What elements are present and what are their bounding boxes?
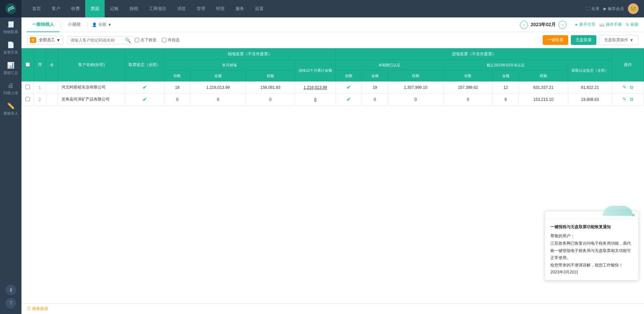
row-month-amount: 0	[190, 93, 246, 106]
row-deduct-status: ✔	[125, 93, 164, 106]
checkbox-tax[interactable]: 有税盘	[162, 37, 180, 43]
no-disk-deduct-btn[interactable]: 无盘取票	[571, 35, 596, 45]
no-disk-ops-btn[interactable]: 无盘取票操作 ▼	[599, 35, 639, 45]
sidebar-item-invoice-summary-label: 票据汇总	[3, 70, 18, 75]
nav-invoice[interactable]: 票据	[85, 0, 105, 17]
nav-collection[interactable]: 收费	[66, 0, 85, 17]
search-input[interactable]	[67, 36, 135, 44]
sidebar-item-data-entry[interactable]: ✏️ 票据录入	[0, 99, 21, 119]
th-uncert-tax: 税额	[519, 71, 568, 81]
sidebar-item-invoice-summary[interactable]: 📊 票据汇总	[0, 58, 21, 79]
th-config[interactable]: ⚙	[46, 49, 58, 81]
nav-operation[interactable]: 经营	[211, 0, 230, 17]
row-edit-btn[interactable]: ✎	[623, 84, 627, 90]
nav-service[interactable]: 服务	[230, 0, 250, 17]
fullscreen-icon: ⛶	[586, 6, 590, 11]
nav-message[interactable]: 消息	[172, 0, 191, 17]
sidebar-item-scan-upload-label: 扫描上传	[3, 90, 18, 96]
tax-policy-link[interactable]: ⓘ 税务政策	[27, 306, 48, 312]
row-uncert-count: 6	[493, 93, 519, 106]
row-cert-status: ✔	[336, 81, 362, 93]
svg-point-0	[5, 3, 16, 14]
row-cert-tax: 157,399.62	[443, 81, 493, 93]
top-navigation: 首页 客户 收费 票据 记账 报税 工商项目 消息 管理 经营 服务 设置 ⛶ …	[21, 0, 644, 17]
manual-icon: 📖	[599, 22, 604, 27]
user-avatar[interactable]: 🐸	[628, 3, 639, 14]
tab-all[interactable]: 👤 全能 ▼	[89, 22, 114, 27]
th-sales-group: 销项发票（不含作废票）	[164, 49, 336, 60]
sidebar-download-btn[interactable]: ⬇	[5, 285, 16, 295]
th-12month: 连续12个月累计金额	[295, 60, 335, 81]
next-month-btn[interactable]: ›	[558, 21, 567, 29]
row-copy-btn[interactable]: ⧉	[630, 97, 633, 102]
th-cert-count: 份数	[336, 71, 362, 81]
prev-month-btn[interactable]: ‹	[520, 21, 528, 29]
search-button[interactable]: 🔍	[125, 38, 131, 43]
row-month-count: 18	[164, 81, 191, 93]
manual-btn[interactable]: 📖 操作手册	[599, 22, 622, 27]
tab-general[interactable]: 一般纳税人	[27, 17, 59, 32]
row-uncert-tax: 81,822.21	[568, 81, 612, 93]
smart-deduct-icon: 🧾	[7, 21, 14, 28]
nav-bookkeeping[interactable]: 记账	[105, 0, 124, 17]
member-btn[interactable]: ▶ 畅享会员	[603, 6, 624, 12]
tab-divider-2	[88, 22, 88, 27]
tax-checkbox[interactable]	[162, 38, 166, 42]
account-checkbox[interactable]	[135, 38, 139, 42]
row-checkbox[interactable]	[22, 93, 34, 106]
refresh-btn[interactable]: ↻ 刷新	[626, 22, 639, 27]
row-ops: ✎ ⧉	[612, 81, 644, 93]
nav-customer[interactable]: 客户	[46, 0, 66, 17]
nav-tax[interactable]: 报税	[124, 0, 144, 17]
row-ops: ✎ ⧉	[612, 93, 644, 106]
nav-home[interactable]: 首页	[27, 0, 46, 17]
row-edit-btn[interactable]: ✎	[623, 97, 627, 102]
row-customer: 河北柯搭桢实业有限公司	[58, 81, 125, 93]
sidebar-item-scan-upload[interactable]: 🖨 扫描上传	[0, 79, 21, 99]
employee-select[interactable]: 全 全部员工 ▼	[27, 36, 63, 45]
nav-business[interactable]: 工商项目	[144, 0, 172, 17]
row-actions-placeholder	[46, 81, 58, 93]
nav-management[interactable]: 管理	[191, 0, 211, 17]
th-ops: 操作	[612, 49, 644, 81]
tab-small[interactable]: 小规模	[62, 17, 86, 32]
row-checkbox[interactable]	[22, 81, 34, 93]
main-table: 序 ⚙ 客户名称(全部) 取票状态（全部） 销项发票（不含作废票） 进项发票（不…	[21, 48, 644, 106]
sidebar-item-smart-deduct[interactable]: 🧾 智能取票	[0, 17, 21, 38]
row-cert-count: 0	[362, 93, 388, 106]
sidebar-item-invoice-open-label: 发票开具	[3, 50, 18, 55]
sidebar-bottom: ⬇ ?	[5, 285, 16, 314]
th-uncert-amount: 金额	[493, 71, 519, 81]
notification-date: 2023年3月20日	[550, 269, 633, 276]
row-uncert-amount: 631,337.21	[519, 81, 568, 93]
bottom-bar: ⓘ 税务政策	[21, 303, 644, 314]
fullscreen-btn[interactable]: ⛶ 全屏	[586, 6, 599, 12]
sidebar-item-data-entry-label: 票据录入	[3, 111, 18, 116]
employee-label: 全部员工	[39, 37, 55, 43]
new-guide-icon: ✦	[575, 22, 578, 27]
row-month-amount: 1,216,013.99	[190, 81, 246, 93]
new-guide-btn[interactable]: ✦ 新手引导	[575, 22, 595, 27]
select-all-checkbox[interactable]	[25, 62, 30, 67]
sidebar-logo[interactable]	[0, 0, 21, 17]
th-uncert-count: 份数	[443, 71, 493, 81]
checkbox-account[interactable]: 名下账套	[135, 37, 157, 43]
row-cert-count: 19	[362, 81, 388, 93]
table-row: 1 河北柯搭桢实业有限公司 ✔ 18 1,216,013.99 158,081.…	[22, 81, 644, 93]
row-cumulative-12: 0	[295, 93, 335, 106]
th-this-month: 本月销项	[164, 60, 295, 71]
notification-decor	[603, 206, 633, 216]
month-navigation: ‹ 2023年02月 ›	[520, 21, 567, 29]
one-key-deduct-btn[interactable]: 一键取票	[543, 35, 568, 45]
sidebar-item-invoice-open[interactable]: 📄 发票开具	[0, 38, 21, 58]
notification-greeting: 尊敬的用户：	[550, 233, 633, 240]
th-sales-tax: 税额	[246, 71, 295, 81]
row-cert-amount: 0	[388, 93, 443, 106]
member-icon: ▶	[603, 6, 606, 11]
checkbox-group: 名下账套 有税盘	[135, 37, 180, 43]
sidebar-help-btn[interactable]: ?	[5, 298, 16, 309]
tax-policy-label: 税务政策	[32, 306, 48, 312]
topnav-right-area: ⛶ 全屏 ▶ 畅享会员 🐸	[586, 3, 639, 14]
nav-settings[interactable]: 设置	[250, 0, 269, 17]
row-copy-btn[interactable]: ⧉	[630, 84, 633, 90]
